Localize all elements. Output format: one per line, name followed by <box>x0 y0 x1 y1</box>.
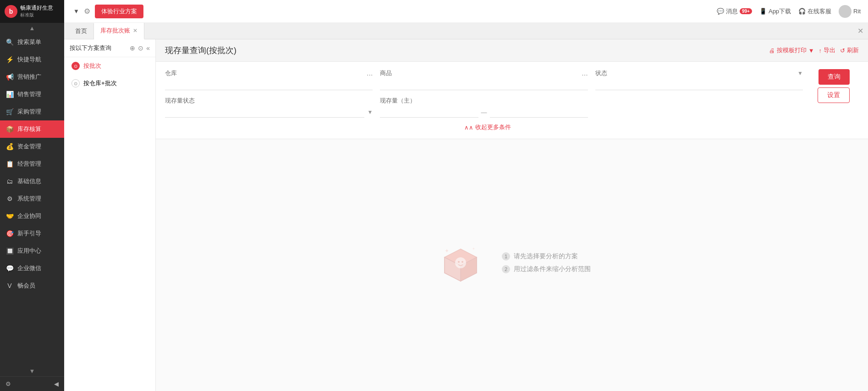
sidebar-item-采购管理[interactable]: 🛒采购管理 <box>0 103 64 120</box>
sidebar-item-系统管理[interactable]: ⚙系统管理 <box>0 190 64 207</box>
status-dropdown-icon: ▼ <box>797 70 803 76</box>
user-name: Rit <box>853 8 861 15</box>
empty-hints: 1 请先选择要分析的方案 2 用过滤条件来缩小分析范围 <box>502 252 591 278</box>
nav-icon-12: 🔲 <box>5 247 14 255</box>
sidebar-item-畅会员[interactable]: V畅会员 <box>0 277 64 294</box>
sidebar-footer: ⚙ ◀ <box>0 376 64 391</box>
inventory-status-select[interactable] <box>165 107 364 118</box>
tab-close-icon[interactable]: ✕ <box>133 27 137 34</box>
left-panel-title: 按以下方案查询 <box>70 44 111 52</box>
page-actions: 🖨 按模板打印 ▼ ↑ 导出 ↺ 刷新 <box>769 46 859 54</box>
inventory-qty-min[interactable] <box>380 107 478 118</box>
sidebar-item-搜索菜单[interactable]: 🔍搜索菜单 <box>0 33 64 51</box>
hint-text-1: 请先选择要分析的方案 <box>514 252 578 261</box>
print-button[interactable]: 🖨 按模板打印 ▼ <box>769 46 814 54</box>
collapse-more-button[interactable]: ∧∧ 收起更多条件 <box>165 123 810 131</box>
nav-icon-14: V <box>5 282 14 290</box>
empty-hint-1: 1 请先选择要分析的方案 <box>502 252 591 261</box>
sidebar-item-企业协同[interactable]: 🤝企业协同 <box>0 207 64 225</box>
sidebar-item-企业微信[interactable]: 💬企业微信 <box>0 260 64 277</box>
header-left: ▼ ⚙ 体验行业方案 <box>71 5 143 18</box>
phone-icon: 📱 <box>759 8 767 15</box>
status-input[interactable] <box>595 79 803 90</box>
hint-number-2: 2 <box>502 265 510 273</box>
sidebar-item-新手引导[interactable]: 🎯新手引导 <box>0 225 64 242</box>
sidebar-item-基础信息[interactable]: 🗂基础信息 <box>0 173 64 190</box>
sidebar-nav: 🔍搜索菜单⚡快捷导航📢营销推广📊销售管理🛒采购管理📦库存核算💰资金管理📋经营管理… <box>0 33 64 366</box>
inventory-status-label: 现存量状态 <box>165 97 195 104</box>
settings-scheme-icon[interactable]: ⊙ <box>138 44 143 52</box>
right-panel: 现存量查询(按批次) 🖨 按模板打印 ▼ ↑ 导出 ↺ 刷新 <box>156 39 868 391</box>
nav-label-1: 快捷导航 <box>17 55 41 64</box>
collapse-more-label: 收起更多条件 <box>475 123 511 131</box>
sidebar-item-经营管理[interactable]: 📋经营管理 <box>0 155 64 173</box>
nav-icon-1: ⚡ <box>5 55 14 64</box>
messages-label: 消息 <box>726 7 738 16</box>
messages-badge: 99+ <box>740 8 752 14</box>
export-icon: ↑ <box>819 47 822 54</box>
sidebar-item-营销推广[interactable]: 📢营销推广 <box>0 68 64 86</box>
footer-collapse-btn[interactable]: ◀ <box>54 380 59 387</box>
product-dots-button[interactable]: ... <box>582 69 588 77</box>
nav-icon-3: 📊 <box>5 90 14 98</box>
nav-icon-10: 🤝 <box>5 212 14 220</box>
add-scheme-icon[interactable]: ⊕ <box>130 44 135 52</box>
online-service-button[interactable]: 🎧 在线客服 <box>798 7 831 16</box>
nav-label-11: 新手引导 <box>17 229 41 238</box>
sidebar-item-销售管理[interactable]: 📊销售管理 <box>0 86 64 103</box>
scheme-warehouse-label: 按仓库+批次 <box>83 79 117 87</box>
footer-settings-btn[interactable]: ⚙ <box>5 380 11 387</box>
main-area: ▼ ⚙ 体验行业方案 💬 消息 99+ 📱 App下载 🎧 在线客服 Rit <box>64 0 868 391</box>
export-label: 导出 <box>824 46 835 54</box>
online-service-label: 在线客服 <box>808 7 831 16</box>
scheme-batch[interactable]: ⊙ 按批次 <box>64 57 155 75</box>
nav-label-6: 资金管理 <box>17 142 41 151</box>
nav-label-13: 企业微信 <box>17 264 41 272</box>
refresh-button[interactable]: ↺ 刷新 <box>840 46 859 54</box>
warehouse-dots-button[interactable]: ... <box>367 69 373 77</box>
chevron-up-icon: ∧∧ <box>464 124 473 131</box>
nav-icon-6: 💰 <box>5 142 14 151</box>
sidebar-item-快捷导航[interactable]: ⚡快捷导航 <box>0 51 64 68</box>
nav-label-8: 基础信息 <box>17 177 41 185</box>
svg-text:✦: ✦ <box>472 247 475 251</box>
left-panel-header: 按以下方案查询 ⊕ ⊙ « <box>64 39 155 57</box>
tab-inventory-batch[interactable]: 库存批次账 ✕ <box>94 23 144 39</box>
tab-home[interactable]: 首页 <box>69 23 94 39</box>
export-button[interactable]: ↑ 导出 <box>819 46 836 54</box>
sidebar-scroll-down[interactable]: ▼ <box>0 366 64 376</box>
set-button[interactable]: 设置 <box>818 87 850 103</box>
user-profile[interactable]: Rit <box>839 5 861 18</box>
gear-icon[interactable]: ⚙ <box>84 7 90 16</box>
header-dropdown[interactable]: ▼ <box>71 8 79 15</box>
scheme-warehouse-batch[interactable]: ⊙ 按仓库+批次 <box>64 75 155 92</box>
sidebar-scroll-up[interactable]: ▲ <box>0 23 64 33</box>
tab-bar-close-icon[interactable]: ✕ <box>857 27 863 35</box>
collapse-panel-icon[interactable]: « <box>146 44 150 52</box>
nav-label-4: 采购管理 <box>17 108 41 116</box>
message-icon: 💬 <box>717 8 724 15</box>
empty-illustration: ✦ ✦ <box>433 238 488 293</box>
header-right: 💬 消息 99+ 📱 App下载 🎧 在线客服 Rit <box>717 5 861 18</box>
refresh-icon: ↺ <box>840 47 845 54</box>
nav-icon-4: 🛒 <box>5 108 14 116</box>
nav-icon-5: 📦 <box>5 125 14 133</box>
sidebar-item-资金管理[interactable]: 💰资金管理 <box>0 138 64 155</box>
left-panel: 按以下方案查询 ⊕ ⊙ « ⊙ 按批次 ⊙ 按仓库+批次 <box>64 39 156 391</box>
print-dropdown-icon: ▼ <box>808 47 814 54</box>
left-panel-actions: ⊕ ⊙ « <box>130 44 150 52</box>
nav-label-14: 畅会员 <box>17 282 35 290</box>
tab-inventory-label: 库存批次账 <box>100 27 130 35</box>
product-input[interactable] <box>380 79 588 90</box>
inventory-qty-max[interactable] <box>490 107 588 118</box>
messages-button[interactable]: 💬 消息 99+ <box>717 7 752 16</box>
sidebar-item-应用中心[interactable]: 🔲应用中心 <box>0 242 64 260</box>
tab-bar: 首页 库存批次账 ✕ ✕ <box>64 23 868 39</box>
app-download-button[interactable]: 📱 App下载 <box>759 7 791 16</box>
app-edition: 标准版 <box>20 12 53 18</box>
nav-label-5: 库存核算 <box>17 125 41 133</box>
sidebar-item-库存核算[interactable]: 📦库存核算 <box>0 120 64 138</box>
query-button[interactable]: 查询 <box>819 69 850 85</box>
warehouse-input[interactable] <box>165 79 373 90</box>
experience-industry-button[interactable]: 体验行业方案 <box>95 5 143 18</box>
